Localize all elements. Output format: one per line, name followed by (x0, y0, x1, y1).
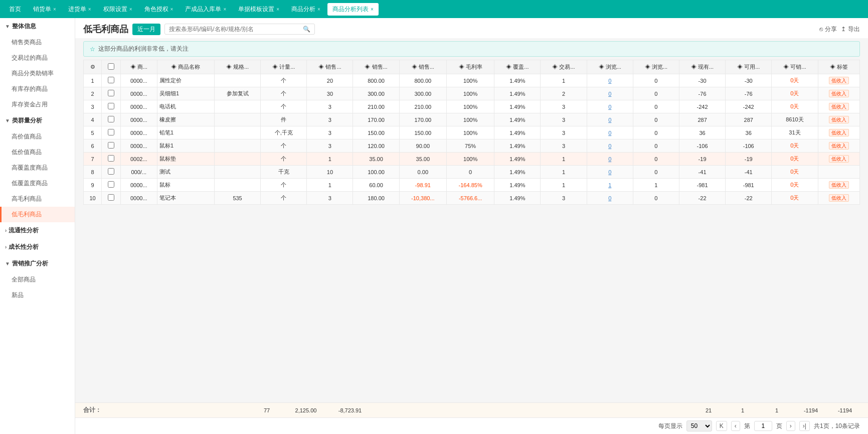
row-browse2: 1 (633, 179, 679, 192)
row-unit: 个 (261, 153, 307, 166)
sidebar-item-traded[interactable]: 交易过的商品 (0, 50, 75, 66)
row-checkbox[interactable] (108, 168, 114, 175)
sidebar-group-marketing[interactable]: ▼ 营销推广分析 (0, 255, 75, 272)
search-icon[interactable]: 🔍 (303, 26, 310, 33)
nav-analysis-list-close[interactable]: × (371, 7, 374, 12)
row-checkbox[interactable] (108, 103, 114, 109)
row-checkbox[interactable] (108, 77, 114, 83)
nav-roles-close[interactable]: × (170, 7, 173, 12)
th-browse2: ◈ 浏览... (633, 60, 679, 74)
row-sale3: -10,380... (399, 192, 446, 205)
row-check[interactable] (102, 126, 120, 139)
nav-purchase[interactable]: 进货单 × (63, 3, 96, 16)
sidebar-item-high-value[interactable]: 高价值商品 (0, 129, 75, 144)
sidebar-item-sales-products[interactable]: 销售类商品 (0, 35, 75, 50)
sidebar-item-category-rate[interactable]: 商品分类助销率 (0, 66, 75, 81)
row-checkbox[interactable] (108, 116, 114, 122)
export-btn[interactable]: ↥ 导出 (841, 25, 860, 34)
sidebar-item-high-coverage[interactable]: 高覆盖度商品 (0, 160, 75, 176)
sidebar-item-inventory-capital[interactable]: 库存资金占用 (0, 97, 75, 112)
row-browse1[interactable]: 0 (587, 100, 633, 113)
select-all-checkbox[interactable] (108, 63, 114, 70)
row-name: 铅笔1 (157, 126, 214, 139)
row-browse1[interactable]: 0 (587, 126, 633, 139)
row-browse2: 0 (633, 166, 679, 179)
nav-analysis-list[interactable]: 商品分析列表 × (327, 3, 379, 16)
page-input[interactable] (754, 421, 772, 431)
row-unit: 千克 (261, 166, 307, 179)
th-coverage: ◈ 覆盖... (494, 60, 541, 74)
nav-templates[interactable]: 单据模板设置 × (233, 3, 284, 16)
row-checkbox[interactable] (108, 129, 114, 135)
row-checkbox[interactable] (108, 181, 114, 188)
row-check[interactable] (102, 113, 120, 126)
row-check[interactable] (102, 139, 120, 153)
nav-analysis-close[interactable]: × (317, 7, 320, 12)
sidebar-item-high-margin[interactable]: 高毛利商品 (0, 191, 75, 207)
row-profit: 75% (446, 139, 494, 153)
row-check[interactable] (102, 153, 120, 166)
sidebar-group-flow[interactable]: › 流通性分析 (0, 222, 75, 239)
export-icon: ↥ (841, 26, 846, 33)
row-browse1[interactable]: 0 (587, 166, 633, 179)
nav-permissions[interactable]: 权限设置 × (98, 3, 137, 16)
row-browse1[interactable]: 0 (587, 87, 633, 100)
nav-products[interactable]: 产成品入库单 × (180, 3, 231, 16)
th-name: ◈ 商品名称 (157, 60, 214, 74)
nav-home[interactable]: 首页 (4, 3, 26, 16)
per-page-label: 每页显示 (658, 422, 682, 430)
sidebar-group-growth[interactable]: › 成长性分析 (0, 239, 75, 255)
nav-sales-close[interactable]: × (53, 7, 56, 12)
search-input[interactable] (169, 26, 301, 33)
row-browse1[interactable]: 0 (587, 139, 633, 153)
row-browse1[interactable]: 0 (587, 113, 633, 126)
prev-page-btn[interactable]: ‹ (731, 421, 740, 431)
sidebar-item-all-products[interactable]: 全部商品 (0, 272, 75, 287)
sidebar-item-low-margin[interactable]: 低毛利商品 (0, 207, 75, 222)
data-table: ⚙ ◈ 商... ◈ 商品名称 ◈ 规格... ◈ 计量... ◈ 销售... … (83, 60, 860, 205)
next-page-btn[interactable]: › (786, 421, 795, 431)
row-unit: 个 (261, 139, 307, 153)
per-page-select[interactable]: 50 100 200 (686, 420, 712, 431)
nav-templates-close[interactable]: × (276, 7, 279, 12)
row-check[interactable] (102, 100, 120, 113)
row-browse1[interactable]: 0 (587, 74, 633, 87)
row-profit: 100% (446, 126, 494, 139)
filter-recent-btn[interactable]: 近一月 (132, 24, 160, 35)
first-page-btn[interactable]: K (716, 421, 727, 431)
nav-products-close[interactable]: × (223, 7, 226, 12)
row-browse1[interactable]: 0 (587, 153, 633, 166)
sidebar-item-low-coverage[interactable]: 低覆盖度商品 (0, 176, 75, 191)
row-checkbox[interactable] (108, 194, 114, 201)
sidebar-item-in-stock[interactable]: 有库存的商品 (0, 81, 75, 97)
row-browse1[interactable]: 0 (587, 192, 633, 205)
th-check[interactable] (102, 60, 120, 74)
th-settings[interactable]: ⚙ (84, 60, 102, 74)
row-sale2: 60.00 (353, 179, 399, 192)
nav-purchase-close[interactable]: × (88, 7, 91, 12)
row-sale3: 150.00 (399, 126, 446, 139)
row-check[interactable] (102, 74, 120, 87)
last-page-btn[interactable]: ›| (799, 421, 810, 431)
row-unit: 个 (261, 100, 307, 113)
row-check[interactable] (102, 166, 120, 179)
row-check[interactable] (102, 87, 120, 100)
row-check[interactable] (102, 192, 120, 205)
row-checkbox[interactable] (108, 142, 114, 149)
row-checkbox[interactable] (108, 90, 114, 96)
sidebar-group-overall[interactable]: ▼ 整体信息 (0, 18, 75, 35)
row-browse2: 0 (633, 153, 679, 166)
sidebar-item-new-products[interactable]: 新品 (0, 287, 75, 303)
sidebar-group-cluster[interactable]: ▼ 类群量分析 (0, 112, 75, 129)
row-check[interactable] (102, 179, 120, 192)
sidebar-item-low-value[interactable]: 低价值商品 (0, 144, 75, 160)
share-btn[interactable]: ⎋ 分享 (819, 25, 837, 34)
nav-sales[interactable]: 销货单 × (28, 3, 61, 16)
row-checkbox[interactable] (108, 155, 114, 162)
row-current: -30 (679, 74, 725, 87)
nav-permissions-close[interactable]: × (129, 7, 132, 12)
row-browse1[interactable]: 1 (587, 179, 633, 192)
nav-roles[interactable]: 角色授权 × (139, 3, 179, 16)
row-code: 0000... (120, 87, 157, 100)
nav-analysis[interactable]: 商品分析 × (286, 3, 325, 16)
